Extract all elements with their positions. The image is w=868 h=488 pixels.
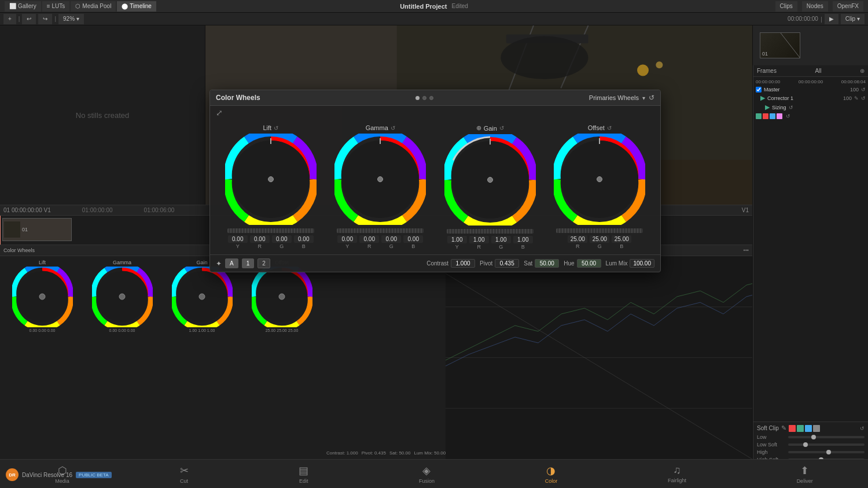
gain-wheel-container[interactable] [444, 134, 536, 225]
deliver-label: Deliver [797, 478, 813, 484]
top-bar-center: Untitled Project Edited [400, 3, 468, 10]
panel-right-header: Primaries Wheels ▾ ↺ [589, 94, 654, 102]
lum-mix-value[interactable]: 100.00 [630, 259, 654, 268]
gamma-wheel-container[interactable] [334, 134, 426, 225]
separator3: | [821, 16, 822, 23]
lift-reset-btn[interactable]: ↺ [274, 125, 278, 131]
dot-3[interactable] [429, 96, 433, 100]
tool-fairlight[interactable]: ♫ Fairlight [659, 462, 696, 486]
nodes-btn[interactable]: Nodes [802, 1, 828, 12]
gain-crosshair[interactable]: ⊕ [476, 124, 481, 132]
lift-b-label: B [302, 243, 306, 249]
lift-r-value: 0.00 [250, 235, 270, 243]
gain-b-value: 1.00 [513, 236, 533, 243]
offset-wheel-container[interactable] [554, 134, 645, 225]
hue-value[interactable]: 50.00 [577, 259, 601, 268]
offset-reset-btn[interactable]: ↺ [607, 125, 612, 131]
high-slider-handle[interactable] [826, 450, 831, 454]
tab-2-btn[interactable]: 2 [258, 258, 270, 268]
redo-btn[interactable]: ↪ [38, 14, 52, 24]
lum-mix-group: Lum Mix 100.00 [606, 259, 654, 268]
wheel-gain: ⊕ Gain ↺ [435, 122, 545, 252]
play-btn[interactable]: ▶ [825, 14, 838, 24]
tool-edit[interactable]: ▤ Edit [289, 462, 318, 486]
sat-value[interactable]: 50.00 [535, 259, 559, 268]
pivot-label: Pivot [480, 260, 492, 267]
expand-icon[interactable]: ⤢ [216, 108, 223, 117]
nodes-header: Frames All ⊕ [753, 65, 868, 77]
refresh-btn[interactable]: ↺ [649, 94, 654, 102]
svg-point-23 [119, 294, 125, 300]
node-master-checkbox[interactable] [756, 87, 762, 93]
offset-r-box: 25.00 R [568, 235, 587, 249]
gain-slider[interactable] [447, 229, 534, 234]
color-bars-reset[interactable]: ↺ [786, 113, 790, 119]
pivot-value[interactable]: 0.435 [495, 259, 519, 268]
small-gain-wheel[interactable] [172, 267, 233, 327]
fairlight-icon: ♫ [673, 464, 681, 476]
low-slider-handle[interactable] [811, 435, 816, 439]
dropdown-arrow[interactable]: ▾ [642, 95, 645, 101]
gamma-g-box: 0.00 G [381, 235, 401, 249]
offset-b-value: 25.00 [612, 235, 631, 243]
soft-clip-reset[interactable]: ↺ [860, 426, 865, 431]
clip-item[interactable]: 01 [2, 218, 72, 241]
lift-slider[interactable] [227, 228, 314, 233]
gamma-reset-btn[interactable]: ↺ [391, 125, 395, 131]
tab-media-pool[interactable]: ⬡ Media Pool [71, 1, 116, 12]
wand-icon[interactable]: ✦ [216, 260, 222, 268]
undo-btn[interactable]: ↩ [22, 14, 36, 24]
tab-1-btn[interactable]: 1 [242, 258, 255, 268]
gain-g-box: 1.00 G [491, 236, 511, 250]
add-btn[interactable]: + [3, 14, 16, 24]
lift-b-box: 0.00 B [294, 235, 314, 249]
gain-g-value: 1.00 [491, 236, 511, 243]
soft-clip-color-btns [789, 425, 820, 432]
offset-g-box: 25.00 G [590, 235, 609, 249]
gain-center-dot [487, 177, 493, 183]
small-gamma-wheel[interactable] [92, 267, 153, 327]
nodes-expand-btn[interactable]: ⊕ [860, 68, 865, 74]
small-lift-wheel[interactable] [12, 267, 73, 327]
lift-center-dot [268, 176, 274, 182]
gamma-slider[interactable] [337, 228, 424, 233]
node-sizing-reset[interactable]: ↺ [789, 105, 793, 110]
low-soft-slider-handle[interactable] [803, 442, 808, 447]
contrast-value[interactable]: 1.000 [451, 259, 475, 268]
lift-values: 0.00 Y 0.00 R 0.00 G 0.00 B [228, 235, 314, 249]
thumbnail-area: 01 [753, 25, 868, 65]
dot-1[interactable] [415, 96, 420, 100]
soft-clip-section: Soft Clip ✎ ↺ Low Low Soft [753, 422, 868, 465]
tool-deliver[interactable]: ⬆ Deliver [788, 462, 822, 486]
zoom-select[interactable]: 92%▾ [58, 14, 84, 24]
node-corrector-edit[interactable]: ✎ [854, 95, 859, 101]
tool-cut[interactable]: ✂ Cut [171, 462, 198, 486]
small-lift-label: Lift [39, 260, 46, 265]
thumb-number: 01 [762, 51, 768, 57]
offset-slider[interactable] [556, 228, 643, 233]
gallery-icon: ⬜ [9, 3, 16, 9]
cut-label: Cut [180, 478, 188, 484]
fusion-label: Fusion [419, 478, 435, 484]
small-wheels-options[interactable]: ••• [744, 247, 749, 253]
dot-2[interactable] [422, 96, 426, 100]
mode-a-btn[interactable]: A [225, 258, 238, 268]
node-corrector-reset[interactable]: ↺ [861, 95, 866, 101]
panel-dots [415, 96, 433, 100]
small-wheels-title: Color Wheels [3, 247, 35, 253]
tool-color[interactable]: ◑ Color [536, 462, 567, 486]
clips-btn[interactable]: Clips [775, 1, 797, 12]
clip-dropdown[interactable]: Clip▾ [841, 14, 865, 24]
lift-wheel-container[interactable] [225, 134, 317, 225]
node-master-reset[interactable]: ↺ [861, 87, 866, 93]
tab-timeline[interactable]: ⬤ Timeline [117, 1, 156, 12]
tab-luts[interactable]: ≡ LUTs [42, 1, 70, 12]
small-offset-wheel[interactable] [252, 267, 312, 327]
tab-gallery[interactable]: ⬜ Gallery [5, 1, 41, 12]
gain-b-box: 1.00 B [513, 236, 533, 250]
tool-fusion[interactable]: ◈ Fusion [410, 462, 444, 486]
svg-point-25 [199, 294, 205, 300]
openfx-btn[interactable]: OpenFX [833, 1, 863, 12]
small-wheel-gain: Gain [163, 260, 241, 456]
gain-reset-btn[interactable]: ↺ [499, 125, 504, 131]
